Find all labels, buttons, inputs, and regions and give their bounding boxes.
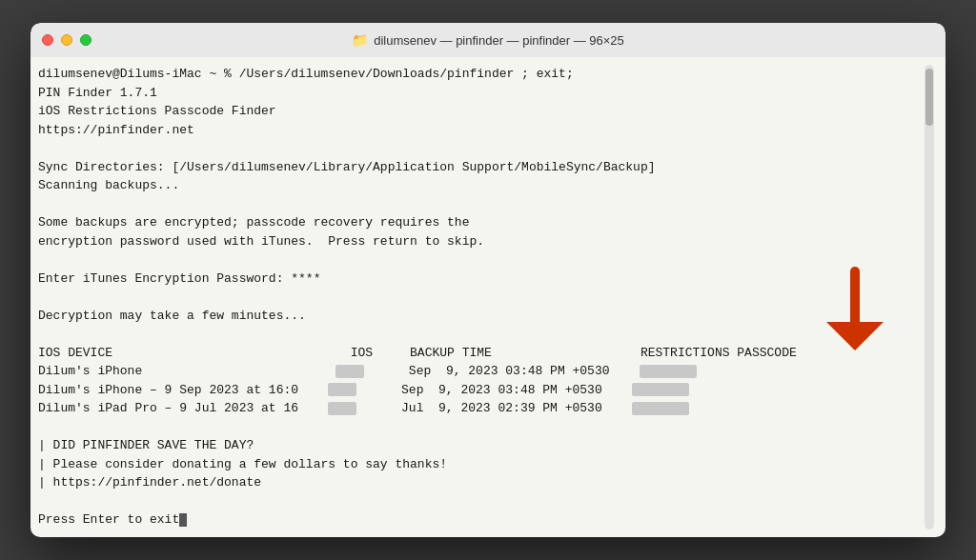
maximize-button[interactable] [80,34,92,46]
line-21: | DID PINFINDER SAVE THE DAY? [38,438,254,452]
ios-blur-3 [328,402,356,415]
terminal-window: 📁 dilumsenev — pinfinder — pinfinder — 9… [30,23,946,537]
pass-blur-1 [640,365,697,378]
scrollbar-thumb[interactable] [925,69,933,126]
line-10: encryption password used with iTunes. Pr… [38,234,484,249]
pass-blur-2 [632,383,689,396]
line-12: Enter iTunes Encryption Password: **** [38,271,320,286]
window-title: 📁 dilumsenev — pinfinder — pinfinder — 9… [352,32,624,48]
pass-blur-3 [632,402,689,415]
scrollbar[interactable] [925,65,934,530]
title-bar: 📁 dilumsenev — pinfinder — pinfinder — 9… [30,23,946,57]
line-3: iOS Restrictions Passcode Finder [38,104,276,118]
close-button[interactable] [42,34,53,46]
ios-blur-2 [328,383,356,396]
device-row-1: Dilum's iPhone Sep 9, 2023 03:48 PM +053… [38,364,697,378]
terminal-body[interactable]: dilumsenev@Dilums-iMac ~ % /Users/dilums… [30,57,946,537]
device-row-3: Dilum's iPad Pro – 9 Jul 2023 at 16 Jul … [38,401,689,415]
line-22: | Please consider donating a few dollars… [38,457,447,471]
table-header: IOS DEVICE IOS BACKUP TIME RESTRICTIONS … [38,346,797,360]
line-1: dilumsenev@Dilums-iMac ~ % /Users/dilums… [38,67,574,81]
folder-icon: 📁 [352,32,368,48]
line-25: Press Enter to exit [38,512,187,527]
minimize-button[interactable] [61,34,72,46]
terminal-output: dilumsenev@Dilums-iMac ~ % /Users/dilums… [38,65,921,530]
cursor [179,513,187,527]
line-6: Sync Directories: [/Users/dilumsenev/Lib… [38,160,656,174]
ios-blur-1 [336,365,364,378]
line-2: PIN Finder 1.7.1 [38,86,157,100]
line-23: | https://pinfinder.net/donate [38,475,261,490]
traffic-lights [42,34,92,46]
line-4: https://pinfinder.net [38,123,194,137]
title-label: dilumsenev — pinfinder — pinfinder — 96×… [374,33,624,48]
device-row-2: Dilum's iPhone – 9 Sep 2023 at 16:0 Sep … [38,383,689,397]
line-14: Decryption may take a few minutes... [38,309,306,323]
line-9: Some backups are encrypted; passcode rec… [38,215,469,230]
line-7: Scanning backups... [38,178,179,192]
